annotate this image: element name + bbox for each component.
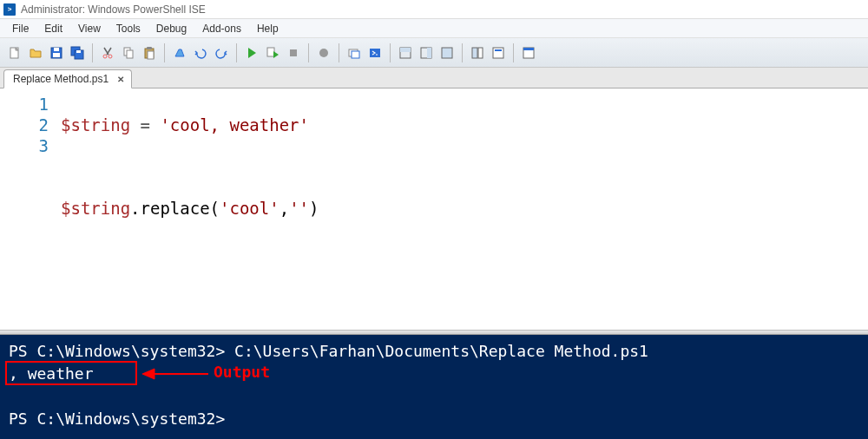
stop-button[interactable] <box>284 43 303 62</box>
paren-token: ) <box>309 199 319 218</box>
console-blank <box>9 385 859 408</box>
menu-addons[interactable]: Add-ons <box>195 21 248 36</box>
open-file-button[interactable] <box>26 43 45 62</box>
separator-icon <box>236 43 237 62</box>
svg-rect-27 <box>493 48 503 58</box>
prompt-text: PS C:\Windows\system32> <box>9 342 234 360</box>
save-all-button[interactable] <box>68 43 87 62</box>
variable-token: $string <box>61 115 130 134</box>
annotation-label: Output <box>214 361 270 383</box>
menu-tools[interactable]: Tools <box>109 21 148 36</box>
menubar: File Edit View Tools Debug Add-ons Help <box>0 19 868 38</box>
svg-rect-14 <box>267 48 274 56</box>
separator-icon <box>339 43 339 62</box>
cut-button[interactable] <box>98 43 117 62</box>
menu-file[interactable]: File <box>5 21 36 36</box>
show-command-button[interactable] <box>489 43 508 62</box>
menu-debug[interactable]: Debug <box>149 21 194 36</box>
svg-rect-30 <box>523 48 534 50</box>
menu-view[interactable]: View <box>71 21 108 36</box>
svg-point-16 <box>319 49 328 57</box>
svg-rect-18 <box>352 51 359 58</box>
titlebar: > Administrator: Windows PowerShell ISE <box>0 0 868 19</box>
svg-rect-24 <box>442 48 452 58</box>
console-line: PS C:\Windows\system32> C:\Users\Farhan\… <box>9 340 859 363</box>
menu-edit[interactable]: Edit <box>37 21 69 36</box>
copy-button[interactable] <box>119 43 138 62</box>
close-icon[interactable]: ✕ <box>115 74 126 84</box>
svg-rect-25 <box>472 48 477 58</box>
code-content[interactable]: $string = 'cool, weather' $string.replac… <box>61 88 868 330</box>
svg-rect-10 <box>127 50 133 58</box>
line-numbers: 1 2 3 <box>0 88 61 330</box>
svg-rect-26 <box>478 48 483 58</box>
separator-icon <box>513 43 514 62</box>
run-button[interactable] <box>242 43 261 62</box>
svg-rect-6 <box>76 50 81 53</box>
breakpoint-button[interactable] <box>314 43 333 62</box>
tab-label: Replace Method.ps1 <box>13 73 108 85</box>
show-script-max-button[interactable] <box>437 43 457 62</box>
file-tab[interactable]: Replace Method.ps1 ✕ <box>3 69 132 88</box>
separator-icon <box>308 43 309 62</box>
clear-button[interactable] <box>170 43 189 62</box>
command-addon-button[interactable] <box>468 43 487 62</box>
svg-rect-28 <box>495 49 502 51</box>
svg-rect-23 <box>427 48 431 58</box>
svg-rect-2 <box>54 48 59 51</box>
paste-button[interactable] <box>140 43 159 62</box>
separator-icon <box>462 43 463 62</box>
new-file-button[interactable] <box>5 43 24 62</box>
line-number: 2 <box>0 115 49 135</box>
toolbar <box>0 38 868 68</box>
svg-point-8 <box>108 55 112 58</box>
paren-token: ( <box>210 199 220 218</box>
remote-tab-button[interactable] <box>345 43 364 62</box>
redo-button[interactable] <box>212 43 231 62</box>
console-pane[interactable]: PS C:\Windows\system32> C:\Users\Farhan\… <box>0 335 868 439</box>
powershell-tab-button[interactable] <box>365 43 385 62</box>
save-button[interactable] <box>47 43 66 62</box>
svg-rect-21 <box>400 48 411 52</box>
console-prompt: PS C:\Windows\system32> <box>9 408 859 430</box>
string-token: 'cool, weather' <box>160 115 309 134</box>
line-number: 3 <box>0 135 49 156</box>
string-token: 'cool' <box>220 199 279 218</box>
svg-rect-12 <box>147 47 152 49</box>
svg-rect-3 <box>53 53 60 57</box>
comma-token: , <box>279 199 289 218</box>
line-number: 1 <box>0 94 49 115</box>
undo-button[interactable] <box>191 43 210 62</box>
annotation-arrow-icon <box>141 366 210 382</box>
svg-rect-15 <box>290 49 297 56</box>
powershell-icon: > <box>3 3 16 16</box>
code-editor[interactable]: 1 2 3 $string = 'cool, weather' $string.… <box>0 88 868 330</box>
string-token: '' <box>289 199 309 218</box>
show-script-right-button[interactable] <box>417 43 436 62</box>
menu-help[interactable]: Help <box>250 21 286 36</box>
window-title: Administrator: Windows PowerShell ISE <box>21 3 206 16</box>
separator-icon <box>164 43 165 62</box>
separator-icon <box>92 43 93 62</box>
svg-rect-13 <box>148 51 154 59</box>
run-selection-button[interactable] <box>263 43 282 62</box>
tab-bar: Replace Method.ps1 ✕ <box>0 68 868 88</box>
annotation-box <box>5 361 137 385</box>
show-script-pane-button[interactable] <box>396 43 415 62</box>
svg-point-7 <box>103 55 107 58</box>
separator-icon <box>390 43 391 62</box>
snippets-button[interactable] <box>519 43 538 62</box>
operator-token: = <box>130 115 160 134</box>
variable-token: $string <box>61 199 130 218</box>
method-token: .replace <box>130 199 210 218</box>
command-text: C:\Users\Farhan\Documents\Replace Method… <box>234 342 648 360</box>
